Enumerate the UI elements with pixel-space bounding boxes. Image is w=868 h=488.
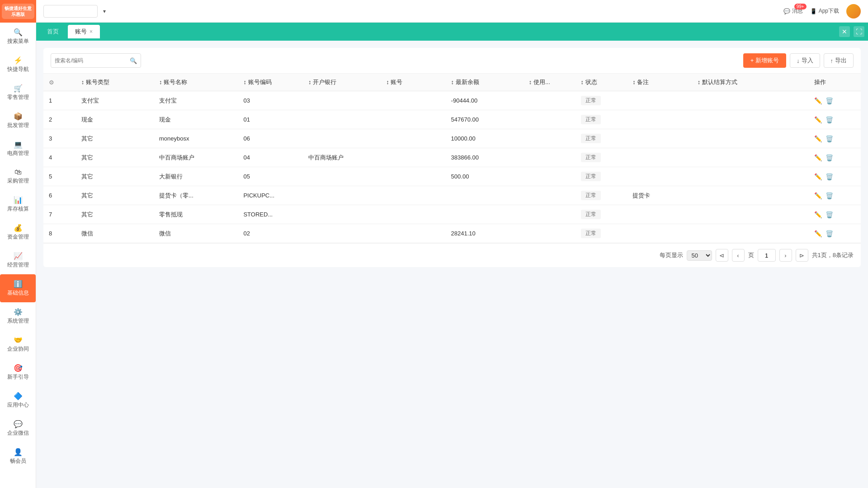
- tab-home[interactable]: 首页: [40, 25, 66, 38]
- th-status-label: ↕ 状态: [581, 79, 597, 85]
- sidebar-item-label: 企业协同: [7, 345, 29, 353]
- sidebar-item-wholesale-mgmt[interactable]: 📦 批发管理: [0, 107, 36, 135]
- cell-usage: [524, 224, 576, 243]
- message-icon: 💬: [783, 8, 790, 14]
- sidebar-item-ecommerce-mgmt[interactable]: 💻 电商管理: [0, 135, 36, 163]
- th-action: 操作: [809, 74, 861, 91]
- sidebar-item-retail-mgmt[interactable]: 🛒 零售管理: [0, 79, 36, 107]
- th-settle[interactable]: ↕ 默认结算方式: [692, 74, 809, 91]
- capital-icon: 💰: [14, 224, 23, 232]
- page-number-input[interactable]: [758, 249, 776, 262]
- edit-icon[interactable]: ✏️: [814, 173, 822, 180]
- edit-icon[interactable]: ✏️: [814, 192, 822, 199]
- th-name[interactable]: ↕ 账号名称: [154, 74, 238, 91]
- main-area: ▾ 💬 消息 99+ 📱 App下载 首页 账号 × ✕ ⛶: [36, 0, 868, 488]
- add-account-label: + 新增账号: [750, 56, 779, 65]
- th-settings[interactable]: ⚙: [43, 74, 76, 91]
- import-icon: ↓: [797, 57, 800, 64]
- purchase-icon: 🛍: [14, 168, 22, 176]
- sidebar-item-quick-nav[interactable]: ⚡ 快捷导航: [0, 51, 36, 79]
- delete-icon[interactable]: 🗑️: [826, 230, 833, 237]
- cell-name: 现金: [154, 110, 238, 129]
- tab-account[interactable]: 账号 ×: [68, 25, 100, 38]
- delete-icon[interactable]: 🗑️: [826, 135, 833, 142]
- search-icon[interactable]: 🔍: [130, 57, 137, 64]
- cell-settle: [692, 91, 809, 110]
- cell-code: 05: [238, 167, 302, 186]
- sidebar-item-label: 企业微信: [7, 429, 29, 437]
- next-page-button[interactable]: ›: [779, 249, 792, 262]
- sidebar-item-enterprise-agreement[interactable]: 🤝 企业协同: [0, 330, 36, 358]
- message-button[interactable]: 💬 消息 99+: [783, 7, 803, 15]
- th-balance[interactable]: ↕ 最新余额: [446, 74, 524, 91]
- prev-page-button[interactable]: ‹: [732, 249, 745, 262]
- edit-icon[interactable]: ✏️: [814, 97, 822, 104]
- cell-settle: [692, 224, 809, 243]
- sidebar-item-capital-mgmt[interactable]: 💰 资金管理: [0, 218, 36, 246]
- tab-close-all-button[interactable]: ✕: [839, 26, 850, 37]
- cell-code: PICKUPC...: [238, 186, 302, 205]
- delete-icon[interactable]: 🗑️: [826, 97, 833, 104]
- sidebar-item-inventory-calc[interactable]: 📊 库存核算: [0, 190, 36, 218]
- delete-icon[interactable]: 🗑️: [826, 211, 833, 218]
- th-usage[interactable]: ↕ 使用...: [524, 74, 576, 91]
- delete-icon[interactable]: 🗑️: [826, 173, 833, 180]
- sidebar-item-label: 系统管理: [7, 317, 29, 325]
- add-account-button[interactable]: + 新增账号: [743, 53, 786, 68]
- tab-close-button[interactable]: ×: [90, 28, 93, 35]
- enterprise-icon: 🤝: [14, 336, 23, 344]
- import-button[interactable]: ↓ 导入: [790, 53, 820, 68]
- th-remark-label: ↕ 备注: [632, 79, 649, 85]
- top-bar: ▾ 💬 消息 99+ 📱 App下载: [36, 0, 868, 23]
- th-code[interactable]: ↕ 账号编码: [238, 74, 302, 91]
- edit-icon[interactable]: ✏️: [814, 154, 822, 161]
- edit-icon[interactable]: ✏️: [814, 135, 822, 142]
- cell-remark: [627, 110, 692, 129]
- cell-name: 支付宝: [154, 91, 238, 110]
- cell-name: 提货卡（零...: [154, 186, 238, 205]
- edit-icon[interactable]: ✏️: [814, 116, 822, 123]
- tab-maximize-button[interactable]: ⛶: [854, 26, 864, 37]
- cell-remark: 提货卡: [627, 186, 692, 205]
- search-wrap: 🔍: [51, 53, 141, 68]
- cell-action: ✏️ 🗑️: [809, 186, 861, 205]
- th-type[interactable]: ↕ 账号类型: [76, 74, 154, 91]
- sidebar-item-app-center[interactable]: 🔷 应用中心: [0, 386, 36, 414]
- cell-account: [381, 110, 445, 129]
- th-account[interactable]: ↕ 账号: [381, 74, 445, 91]
- edit-icon[interactable]: ✏️: [814, 230, 822, 237]
- export-button[interactable]: ↑ 导出: [824, 53, 854, 68]
- sidebar-item-system-mgmt[interactable]: ⚙️ 系统管理: [0, 302, 36, 330]
- edit-icon[interactable]: ✏️: [814, 211, 822, 218]
- th-bank[interactable]: ↕ 开户银行: [303, 74, 381, 91]
- pagination-bar: 每页显示 50 100 200 ⊲ ‹ 页 › ⊳ 共1页，8条记录: [43, 243, 861, 267]
- first-page-button[interactable]: ⊲: [716, 249, 728, 262]
- delete-icon[interactable]: 🗑️: [826, 154, 833, 161]
- app-download-button[interactable]: 📱 App下载: [810, 7, 839, 15]
- sidebar-item-enterprise-wechat[interactable]: 💬 企业微信: [0, 414, 36, 442]
- cell-action: ✏️ 🗑️: [809, 129, 861, 148]
- sidebar-item-search-menu[interactable]: 🔍 搜索菜单: [0, 23, 36, 51]
- delete-icon[interactable]: 🗑️: [826, 192, 833, 199]
- sidebar-item-purchase-mgmt[interactable]: 🛍 采购管理: [0, 163, 36, 190]
- th-status[interactable]: ↕ 状态: [576, 74, 627, 91]
- sidebar-item-business-mgmt[interactable]: 📈 经营管理: [0, 246, 36, 274]
- cell-balance: [446, 205, 524, 224]
- delete-icon[interactable]: 🗑️: [826, 116, 833, 123]
- cell-remark: [627, 91, 692, 110]
- last-page-button[interactable]: ⊳: [796, 249, 808, 262]
- th-remark[interactable]: ↕ 备注: [627, 74, 692, 91]
- sidebar-item-basic-info[interactable]: ℹ️ 基础信息: [0, 274, 36, 302]
- app-download-label: App下载: [819, 7, 839, 15]
- top-search-input[interactable]: [43, 5, 98, 18]
- sidebar-item-member[interactable]: 👤 畅会员: [0, 442, 36, 470]
- sidebar-item-new-guide[interactable]: 🎯 新手引导: [0, 358, 36, 386]
- user-avatar[interactable]: [846, 4, 861, 19]
- cell-usage: [524, 129, 576, 148]
- page-label: 页: [748, 251, 754, 259]
- cell-remark: [627, 129, 692, 148]
- cell-account: [381, 148, 445, 167]
- page-size-select[interactable]: 50 100 200: [687, 250, 712, 261]
- search-input[interactable]: [55, 57, 130, 64]
- dropdown-button[interactable]: ▾: [103, 8, 106, 14]
